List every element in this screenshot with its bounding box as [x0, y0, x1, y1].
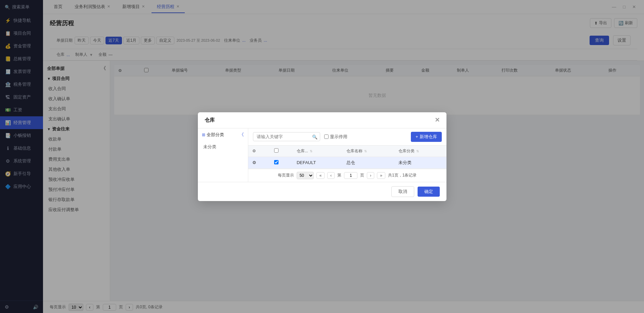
cancel-button[interactable]: 取消 [391, 186, 414, 197]
modal-title: 仓库 [205, 117, 215, 123]
sort-arrows-category: ⇅ [416, 149, 419, 153]
grid2-icon: ⊞ [202, 132, 205, 137]
plus-icon: + [416, 134, 418, 139]
modal-page-label2: 页 [360, 172, 364, 178]
modal-col-checkbox [270, 146, 293, 157]
modal-left-toggle[interactable]: 《 [239, 132, 244, 138]
modal-per-page-label: 每页显示 [278, 172, 294, 178]
modal-col-category: 仓库分类 ⇅ [394, 146, 446, 157]
table-row[interactable]: ⚙ DEFAULT 总仓 未分类 [248, 157, 446, 168]
row-select-checkbox[interactable] [274, 160, 278, 164]
modal-total-records: 共1页，1条记录 [388, 172, 417, 178]
modal-col-code: 仓库... ⇅ [293, 146, 342, 157]
modal-header: 仓库 ✕ [198, 112, 446, 128]
modal-search-icon[interactable]: 🔍 [312, 134, 317, 139]
add-warehouse-label: 新增仓库 [420, 134, 437, 140]
sort-arrows-name: ⇅ [364, 149, 367, 153]
modal-right-panel: 🔍 显示停用 + 新增仓库 ⚙ [248, 128, 446, 182]
modal-left-scroll: 未分类 [198, 141, 248, 182]
modal-table-wrap: ⚙ 仓库... ⇅ 仓库名称 ⇅ 仓库分类 ⇅ [248, 146, 446, 169]
confirm-button[interactable]: 确定 [418, 187, 440, 197]
modal-last-page[interactable]: » [377, 172, 385, 179]
modal-table: ⚙ 仓库... ⇅ 仓库名称 ⇅ 仓库分类 ⇅ [248, 146, 446, 169]
show-disabled-checkbox[interactable] [324, 134, 329, 139]
modal-left-header: ⊞ 全部分类 《 [198, 128, 248, 141]
modal-select-all[interactable] [274, 148, 278, 153]
row-code: DEFAULT [293, 157, 342, 168]
modal-first-page[interactable]: « [316, 172, 325, 179]
modal-toolbar: 🔍 显示停用 + 新增仓库 [248, 128, 446, 146]
modal-page-label: 第 [337, 172, 341, 178]
modal-per-page-select[interactable]: 50 20 100 [297, 172, 314, 179]
modal-pagination: 每页显示 50 20 100 « ‹ 第 页 › » 共1页，1条记录 [248, 169, 446, 182]
modal-search-wrap: 🔍 显示停用 [253, 132, 347, 141]
modal-col-settings: ⚙ [248, 146, 270, 157]
modal-body: ⊞ 全部分类 《 未分类 🔍 显示停用 [198, 128, 446, 182]
row-checkbox [270, 157, 293, 168]
modal-footer: 取消 确定 [198, 182, 446, 201]
all-category-label: ⊞ 全部分类 [202, 132, 224, 138]
add-warehouse-button[interactable]: + 新增仓库 [411, 132, 442, 142]
modal-category-uncategorized[interactable]: 未分类 [198, 141, 248, 153]
search-field-wrap: 🔍 [253, 132, 320, 141]
row-settings: ⚙ [248, 157, 270, 168]
modal-page-input[interactable] [344, 172, 357, 179]
modal-search-input[interactable] [253, 132, 320, 141]
row-name: 总仓 [342, 157, 394, 168]
modal-col-name: 仓库名称 ⇅ [342, 146, 394, 157]
sort-arrows-code: ⇅ [310, 149, 312, 153]
modal-close-button[interactable]: ✕ [435, 117, 440, 123]
row-category: 未分类 [394, 157, 446, 168]
modal-left-panel: ⊞ 全部分类 《 未分类 [198, 128, 248, 182]
show-disabled-label[interactable]: 显示停用 [324, 134, 347, 140]
modal-next-page[interactable]: › [367, 172, 374, 179]
warehouse-modal: 仓库 ✕ ⊞ 全部分类 《 未分类 � [198, 112, 446, 201]
modal-prev-page[interactable]: ‹ [327, 172, 335, 179]
